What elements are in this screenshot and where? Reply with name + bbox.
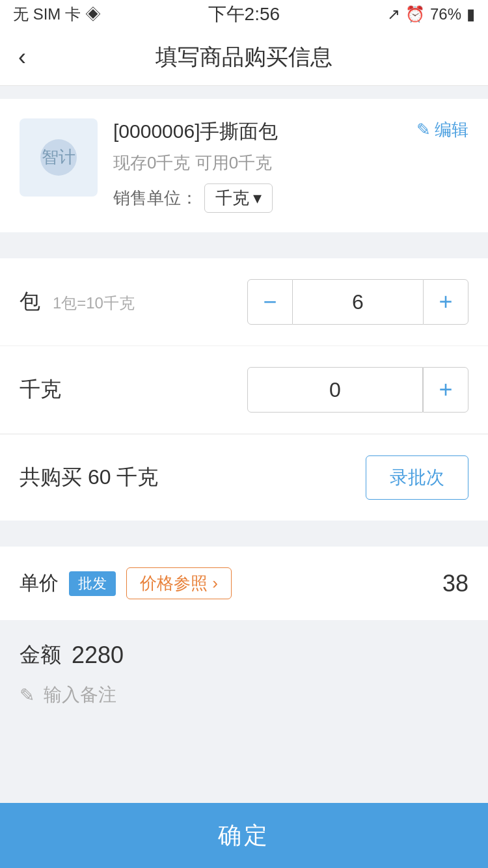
edit-label: 编辑 <box>435 118 468 141</box>
page-title: 填写商品购买信息 <box>156 42 332 72</box>
back-button[interactable]: ‹ <box>18 44 26 71</box>
amount-section: 金额 2280 ✎ 输入备注 <box>0 620 488 720</box>
price-section: 单价 批发 价格参照 › 38 <box>0 547 488 620</box>
qty-controls-kg: + <box>247 367 468 413</box>
remark-placeholder: 输入备注 <box>44 683 116 707</box>
product-unit: 销售单位： 千克 ▾ <box>113 183 468 213</box>
status-right: ↗ ⏰ 76% ▮ <box>387 5 475 23</box>
battery-icon: ▮ <box>467 5 475 23</box>
confirm-button[interactable]: 确定 <box>0 803 488 868</box>
divider-1 <box>0 232 488 245</box>
edit-button[interactable]: ✎ 编辑 <box>416 118 468 141</box>
qty-row-bao: 包 1包=10千克 − + <box>0 258 488 346</box>
qty-row-kg: 千克 + <box>0 346 488 434</box>
nav-bar: ‹ 填写商品购买信息 <box>0 29 488 86</box>
qty-plus-bao[interactable]: + <box>423 279 468 325</box>
svg-text:智计: 智计 <box>42 147 75 167</box>
price-ref-button[interactable]: 价格参照 › <box>126 567 232 599</box>
divider-2 <box>0 521 488 534</box>
sim-status: 无 SIM 卡 ◈ <box>13 4 101 25</box>
unit-select[interactable]: 千克 ▾ <box>204 183 273 213</box>
quantity-section: 包 1包=10千克 − + 千克 + 共购买 60 千克 录批次 <box>0 258 488 521</box>
location-icon: ↗ <box>387 5 400 23</box>
qty-label-bao: 包 1包=10千克 <box>20 288 247 316</box>
unit-value: 千克 <box>215 187 249 210</box>
amount-value: 2280 <box>72 642 124 669</box>
qty-plus-kg[interactable]: + <box>423 367 468 413</box>
price-tag: 批发 <box>69 571 116 596</box>
product-logo-icon: 智计 <box>39 138 78 177</box>
amount-label: 金额 <box>20 641 61 670</box>
status-time: 下午2:56 <box>208 2 280 27</box>
remark-row[interactable]: ✎ 输入备注 <box>20 683 468 707</box>
batch-button[interactable]: 录批次 <box>366 455 468 500</box>
unit-dropdown-icon: ▾ <box>253 188 262 208</box>
price-value: 38 <box>442 570 468 597</box>
qty-hint-bao: 1包=10千克 <box>53 294 135 312</box>
amount-row: 金额 2280 <box>20 641 468 670</box>
qty-controls-bao: − + <box>247 279 468 325</box>
summary-text: 共购买 60 千克 <box>20 463 158 492</box>
unit-label: 销售单位： <box>113 187 198 210</box>
product-stock: 现存0千克 可用0千克 <box>113 152 468 174</box>
product-info: [0000006]手撕面包 现存0千克 可用0千克 销售单位： 千克 ▾ <box>113 118 468 213</box>
summary-row: 共购买 60 千克 录批次 <box>0 434 488 521</box>
alarm-icon: ⏰ <box>405 5 425 23</box>
status-left: 无 SIM 卡 ◈ <box>13 4 101 25</box>
battery-level: 76% <box>430 5 461 23</box>
qty-minus-bao[interactable]: − <box>247 279 293 325</box>
price-label: 单价 <box>20 570 59 597</box>
qty-label-kg: 千克 <box>20 375 247 404</box>
qty-input-kg[interactable] <box>247 367 423 413</box>
price-row: 单价 批发 价格参照 › 38 <box>20 567 468 599</box>
product-name: [0000006]手撕面包 <box>113 118 468 145</box>
edit-icon: ✎ <box>416 120 431 140</box>
status-bar: 无 SIM 卡 ◈ 下午2:56 ↗ ⏰ 76% ▮ <box>0 0 488 29</box>
product-card: 智计 [0000006]手撕面包 现存0千克 可用0千克 销售单位： 千克 ▾ … <box>0 99 488 232</box>
product-image: 智计 <box>20 118 98 197</box>
qty-input-bao[interactable] <box>293 279 423 325</box>
pencil-icon: ✎ <box>20 685 34 706</box>
